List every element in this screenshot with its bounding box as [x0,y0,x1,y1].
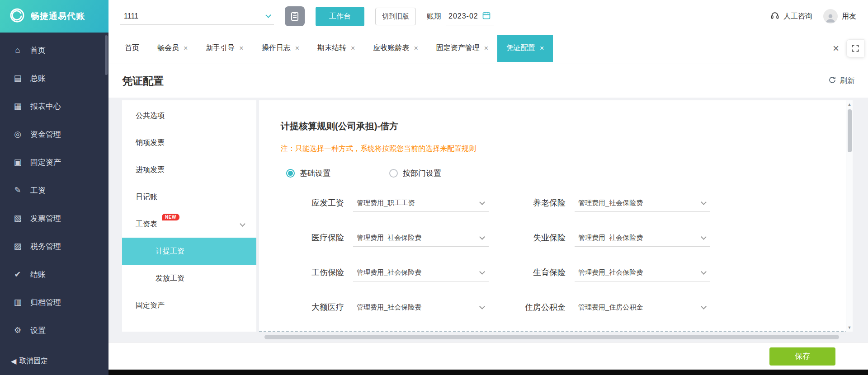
tab-voucher-config[interactable]: 凭证配置× [497,35,553,62]
workbench-button[interactable]: 工作台 [316,7,364,26]
clipboard-button[interactable] [285,6,305,26]
submenu-item-purchase-invoice[interactable]: 进项发票 [122,156,256,183]
field-select-supplementary-medical[interactable]: 管理费用_社会保险费 [353,303,489,316]
accrual-rule-fields: 应发工资 管理费用_职工工资 养老保险 管理费用_社会保险费 医疗保险 管理费用… [281,197,816,316]
accounting-period: 账期 2023-02 [427,8,494,25]
submenu-label: 发放工资 [156,274,184,283]
tab-label: 首页 [125,43,139,53]
switch-old-version-button[interactable]: 切到旧版 [375,8,416,25]
ledger-icon: ▤ [13,73,23,83]
tab-member[interactable]: 畅会员× [148,35,197,62]
tab-label: 期末结转 [317,43,346,53]
submenu-item-common-options[interactable]: 公共选项 [122,102,256,129]
radio-unchecked-icon[interactable] [389,169,398,178]
radio-checked-icon[interactable] [286,169,295,178]
refresh-label: 刷新 [840,76,854,86]
field-select-work-injury[interactable]: 管理费用_社会保险费 [353,268,489,281]
close-icon[interactable]: × [184,44,188,52]
mode-radio-group: 基础设置 按部门设置 [281,168,816,178]
sidebar-item-funds[interactable]: ◎资金管理 [0,120,108,148]
sidebar-item-home[interactable]: ⌂首页 [0,36,108,64]
close-icon[interactable]: × [484,44,488,52]
submenu-item-accrued-payroll[interactable]: 计提工资 [122,238,256,265]
field-select-maternity[interactable]: 管理费用_社会保险费 [575,268,710,281]
calendar-icon[interactable] [482,11,491,22]
footer-bar: 保存 [108,342,868,370]
content-area: 公共选项 销项发票 进项发票 日记账 工资表 NEW 计提工资 发放工资 固定资… [108,98,868,342]
close-icon[interactable]: × [295,44,299,52]
select-value: 管理费用_社会保险费 [578,268,643,277]
brand-area: 畅捷通易代账 [0,0,108,33]
close-icon[interactable]: × [351,44,355,52]
tab-period-carryover[interactable]: 期末结转× [308,35,364,62]
period-picker[interactable]: 2023-02 [446,8,494,25]
sidebar-item-closing[interactable]: ✔结账 [0,260,108,288]
submenu-item-journal[interactable]: 日记账 [122,183,256,211]
username: 用友 [842,12,856,21]
sidebar-item-payroll[interactable]: ✎工资 [0,176,108,204]
sidebar-item-fixed-assets[interactable]: ▣固定资产 [0,148,108,176]
scroll-up-icon[interactable]: ▲ [846,102,853,107]
field-select-medical[interactable]: 管理费用_社会保险费 [353,234,489,247]
sidebar-item-report-center[interactable]: ▦报表中心 [0,92,108,120]
tab-fixed-asset-mgmt[interactable]: 固定资产管理× [427,35,497,62]
field-select-gross-pay[interactable]: 管理费用_职工工资 [353,199,489,212]
sidebar-item-invoice[interactable]: ▧发票管理 [0,204,108,232]
human-consult-label: 人工咨询 [783,12,812,21]
submenu-label: 工资表 [136,220,157,229]
select-value: 管理费用_社会保险费 [578,234,643,242]
company-select-value: 1111 [124,12,138,20]
brand-name: 畅捷通易代账 [31,10,85,22]
radio-department-settings[interactable]: 按部门设置 [389,168,441,178]
tab-beginner-guide[interactable]: 新手引导× [197,35,252,62]
sidebar-item-archive[interactable]: ▥归档管理 [0,288,108,316]
submenu-item-sales-invoice[interactable]: 销项发票 [122,129,256,156]
sidebar-item-label: 设置 [30,325,46,336]
close-all-tabs-icon[interactable]: × [833,43,839,54]
tab-home[interactable]: 首页 [116,35,148,62]
human-consult-link[interactable]: 人工咨询 [770,11,812,22]
unpin-sidebar-button[interactable]: ◀取消固定 [11,356,48,366]
horizontal-scrollbar-thumb[interactable] [264,335,839,339]
sidebar-item-label: 发票管理 [30,213,61,224]
sidebar-item-label: 归档管理 [30,297,61,308]
submenu-label: 销项发票 [136,138,165,148]
refresh-button[interactable]: 刷新 [828,76,854,86]
sidebar-item-tax[interactable]: ▨税务管理 [0,232,108,260]
field-select-unemployment[interactable]: 管理费用_社会保险费 [575,234,710,247]
submenu-item-fixed-assets[interactable]: 固定资产 [122,292,256,319]
tab-operation-log[interactable]: 操作日志× [253,35,308,62]
submenu-label: 固定资产 [136,301,165,310]
tab-label: 畅会员 [157,43,179,53]
close-icon[interactable]: × [414,44,418,52]
sidebar-item-label: 固定资产 [30,157,61,168]
radio-basic-settings[interactable]: 基础设置 [286,168,330,178]
submenu-group-payroll-sheet[interactable]: 工资表 NEW [122,211,256,238]
company-select[interactable]: 1111 [120,8,274,25]
sidebar-scrollbar-thumb[interactable] [105,35,108,75]
scroll-down-icon[interactable]: ▼ [846,325,853,330]
sidebar-item-general-ledger[interactable]: ▤总账 [0,64,108,92]
save-button[interactable]: 保存 [769,347,835,366]
user-menu[interactable]: 用友 [823,9,856,23]
close-icon[interactable]: × [540,44,544,52]
submenu-item-paid-payroll[interactable]: 发放工资 [122,265,256,292]
tab-receivable-aging[interactable]: 应收账龄表× [364,35,427,62]
fullscreen-icon[interactable] [846,39,864,57]
tab-label: 应收账龄表 [373,43,409,53]
field-select-pension[interactable]: 管理费用_社会保险费 [575,199,710,212]
vertical-scrollbar[interactable]: ▲ ▼ [846,100,853,332]
field-label-supplementary-medical: 大额医疗 [281,302,344,316]
avatar [823,9,838,23]
tab-label: 固定资产管理 [436,43,480,53]
sidebar-item-label: 报表中心 [30,101,61,112]
config-submenu: 公共选项 销项发票 进项发票 日记账 工资表 NEW 计提工资 发放工资 固定资… [122,100,256,332]
chevron-down-icon [701,234,707,240]
brand-logo-icon [9,7,25,25]
close-icon[interactable]: × [239,44,243,52]
sidebar-item-settings[interactable]: ⚙设置 [0,316,108,344]
bottom-strip [108,370,868,375]
select-value: 管理费用_社会保险费 [578,199,643,207]
field-select-housing-fund[interactable]: 管理费用_住房公积金 [575,303,710,316]
vertical-scrollbar-thumb[interactable] [848,109,852,152]
